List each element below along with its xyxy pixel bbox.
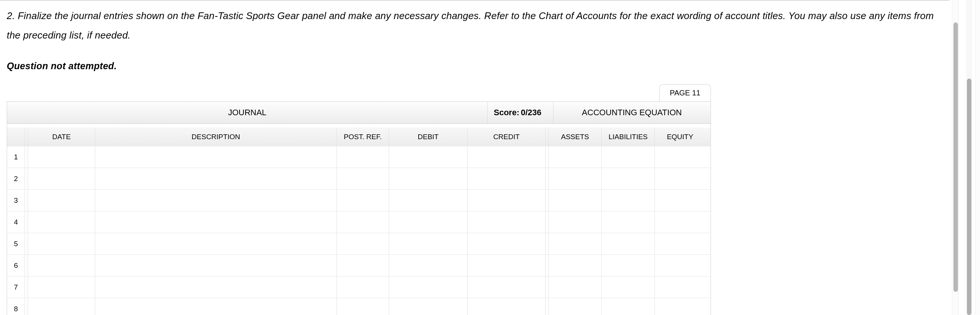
page-tab-row: PAGE 11	[7, 84, 711, 101]
cell-assets[interactable]	[549, 298, 602, 315]
row-number: 7	[7, 277, 25, 298]
cell-assets[interactable]	[549, 190, 602, 211]
row-number: 8	[7, 298, 25, 315]
cell-credit[interactable]	[468, 277, 546, 298]
cell-equity[interactable]	[655, 233, 705, 254]
cell-liabilities[interactable]	[602, 168, 655, 189]
cell-description[interactable]	[95, 211, 337, 233]
cell-liabilities[interactable]	[602, 146, 655, 168]
inner-scrollbar-track[interactable]	[952, 0, 959, 315]
cell-post-ref[interactable]	[337, 190, 389, 211]
cell-equity[interactable]	[655, 298, 705, 315]
cell-date[interactable]	[28, 168, 95, 189]
cell-debit[interactable]	[389, 277, 468, 298]
cell-date[interactable]	[28, 190, 95, 211]
col-gap	[25, 168, 28, 189]
col-gap	[25, 190, 28, 211]
cell-description[interactable]	[95, 146, 337, 168]
cell-credit[interactable]	[468, 190, 546, 211]
col-gap	[25, 233, 28, 254]
score-label: Score:	[494, 108, 519, 117]
cell-post-ref[interactable]	[337, 277, 389, 298]
cell-liabilities[interactable]	[602, 277, 655, 298]
table-row: 8	[7, 298, 711, 315]
col-gap	[25, 277, 28, 298]
cell-date[interactable]	[28, 146, 95, 168]
row-number: 3	[7, 190, 25, 211]
cell-assets[interactable]	[549, 255, 602, 276]
cell-post-ref[interactable]	[337, 168, 389, 189]
cell-equity[interactable]	[655, 255, 705, 276]
cell-date[interactable]	[28, 277, 95, 298]
cell-description[interactable]	[95, 255, 337, 276]
col-header-liabilities: LIABILITIES	[602, 128, 655, 146]
cell-equity[interactable]	[655, 211, 705, 233]
outer-scrollbar-thumb[interactable]	[967, 78, 971, 315]
cell-debit[interactable]	[389, 211, 468, 233]
table-row: 1	[7, 146, 711, 168]
cell-date[interactable]	[28, 298, 95, 315]
cell-description[interactable]	[95, 168, 337, 189]
col-header-equity: EQUITY	[655, 128, 705, 146]
cell-credit[interactable]	[468, 233, 546, 254]
cell-equity[interactable]	[655, 168, 705, 189]
col-header-assets: ASSETS	[549, 128, 602, 146]
cell-assets[interactable]	[549, 168, 602, 189]
cell-debit[interactable]	[389, 298, 468, 315]
cell-date[interactable]	[28, 255, 95, 276]
cell-description[interactable]	[95, 233, 337, 254]
cell-liabilities[interactable]	[602, 233, 655, 254]
col-gap	[546, 211, 549, 233]
question-status: Question not attempted.	[7, 61, 943, 72]
cell-debit[interactable]	[389, 146, 468, 168]
cell-post-ref[interactable]	[337, 233, 389, 254]
cell-credit[interactable]	[468, 298, 546, 315]
cell-equity[interactable]	[655, 190, 705, 211]
cell-date[interactable]	[28, 233, 95, 254]
cell-liabilities[interactable]	[602, 211, 655, 233]
table-row: 5	[7, 233, 711, 255]
col-gap	[25, 146, 28, 168]
page-tab[interactable]: PAGE 11	[659, 84, 711, 101]
col-gap	[25, 211, 28, 233]
col-gap	[546, 168, 549, 189]
cell-post-ref[interactable]	[337, 211, 389, 233]
col-header-description: DESCRIPTION	[95, 128, 337, 146]
cell-debit[interactable]	[389, 168, 468, 189]
cell-assets[interactable]	[549, 233, 602, 254]
cell-credit[interactable]	[468, 255, 546, 276]
cell-credit[interactable]	[468, 146, 546, 168]
cell-description[interactable]	[95, 277, 337, 298]
cell-debit[interactable]	[389, 255, 468, 276]
table-row: 3	[7, 190, 711, 211]
cell-liabilities[interactable]	[602, 255, 655, 276]
journal-table: PAGE 11 JOURNAL Score: 0/236 ACCOUNTING …	[7, 84, 711, 315]
table-row: 6	[7, 255, 711, 277]
cell-liabilities[interactable]	[602, 190, 655, 211]
cell-equity[interactable]	[655, 146, 705, 168]
table-top-header: JOURNAL Score: 0/236 ACCOUNTING EQUATION	[7, 101, 711, 124]
cell-post-ref[interactable]	[337, 146, 389, 168]
cell-description[interactable]	[95, 298, 337, 315]
cell-post-ref[interactable]	[337, 298, 389, 315]
cell-assets[interactable]	[549, 146, 602, 168]
cell-equity[interactable]	[655, 277, 705, 298]
cell-debit[interactable]	[389, 190, 468, 211]
inner-scrollbar-thumb[interactable]	[953, 22, 958, 292]
cell-debit[interactable]	[389, 233, 468, 254]
window-scrollbar-track[interactable]	[975, 0, 980, 315]
col-header-num	[7, 128, 25, 146]
col-gap	[546, 128, 549, 146]
cell-liabilities[interactable]	[602, 298, 655, 315]
cell-assets[interactable]	[549, 277, 602, 298]
cell-post-ref[interactable]	[337, 255, 389, 276]
cell-credit[interactable]	[468, 211, 546, 233]
cell-credit[interactable]	[468, 168, 546, 189]
table-row: 7	[7, 277, 711, 298]
outer-scrollbar-track[interactable]	[966, 0, 972, 315]
cell-date[interactable]	[28, 211, 95, 233]
cell-assets[interactable]	[549, 211, 602, 233]
cell-description[interactable]	[95, 190, 337, 211]
col-header-credit: CREDIT	[468, 128, 546, 146]
row-number: 1	[7, 146, 25, 168]
